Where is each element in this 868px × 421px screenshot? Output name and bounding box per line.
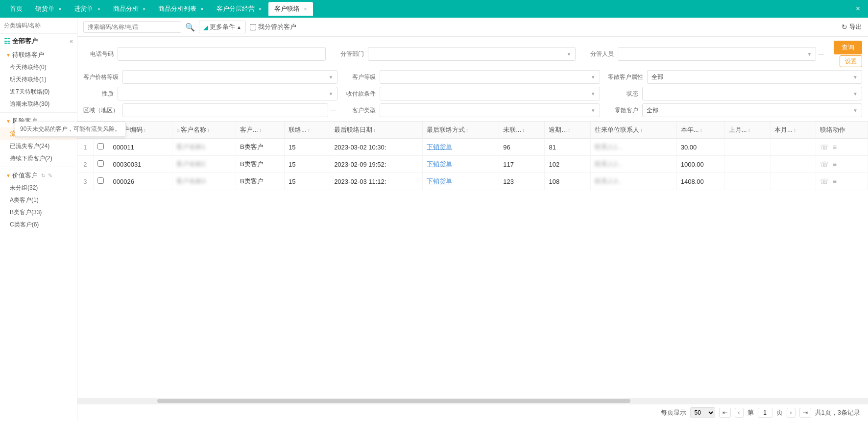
horizontal-scrollbar[interactable] bbox=[77, 398, 868, 404]
more-action-icon[interactable]: ≡ bbox=[833, 160, 837, 168]
sidebar-search-input[interactable] bbox=[4, 22, 77, 29]
row-last-method[interactable]: 下销货单 bbox=[422, 156, 499, 173]
row-checkbox[interactable] bbox=[97, 160, 104, 167]
edit-icon[interactable]: ✎ bbox=[48, 173, 52, 179]
sidebar-item-class-c[interactable]: C类客户(6) bbox=[0, 219, 77, 231]
close-tab-icon[interactable]: × bbox=[304, 6, 307, 12]
sidebar-item-today[interactable]: 今天待联络(0) bbox=[0, 61, 77, 74]
refresh-icon[interactable]: ↻ bbox=[41, 173, 46, 179]
row-num: 1 bbox=[77, 139, 93, 156]
sidebar-group-pending[interactable]: ▼ 待联络客户 bbox=[0, 49, 77, 61]
next-page-button[interactable]: › bbox=[787, 408, 796, 418]
sort-icon[interactable]: ↕ bbox=[466, 127, 468, 133]
cust-type-select[interactable]: ▼ bbox=[380, 103, 600, 117]
row-last-method[interactable]: 下销货单 bbox=[422, 139, 499, 156]
nav-home[interactable]: 首页 bbox=[4, 4, 28, 13]
prev-page-button[interactable]: ‹ bbox=[735, 408, 744, 418]
sort-icon[interactable]: ↕ bbox=[207, 127, 210, 133]
my-customers-checkbox[interactable] bbox=[250, 24, 256, 30]
contact-icon[interactable]: ☏ bbox=[820, 177, 829, 185]
last-page-button[interactable]: ⇥ bbox=[799, 408, 811, 418]
close-tab-icon[interactable]: × bbox=[143, 6, 145, 12]
close-all-button[interactable]: × bbox=[852, 4, 864, 13]
sort-icon[interactable]: ↕ bbox=[259, 127, 262, 133]
close-tab-icon[interactable]: × bbox=[259, 6, 262, 12]
sort-icon[interactable]: ↕ bbox=[308, 127, 310, 133]
ellipsis-icon[interactable]: ··· bbox=[816, 50, 826, 58]
nav-tab-4[interactable]: 客户分层经营× bbox=[211, 2, 267, 16]
more-conditions-button[interactable]: ◢ 更多条件 ▲ bbox=[199, 21, 246, 33]
nav-tab-0[interactable]: 销货单× bbox=[29, 2, 67, 16]
row-this-year: 1408.00 bbox=[676, 173, 724, 190]
sidebar-item-ungroup[interactable]: 未分组(32) bbox=[0, 182, 77, 194]
sidebar-item-overdue[interactable]: 逾期未联络(30) bbox=[0, 98, 77, 110]
casual-attr-select[interactable]: 全部 ▼ bbox=[647, 70, 862, 84]
sidebar-item-class-b[interactable]: B类客户(33) bbox=[0, 206, 77, 219]
search-input[interactable] bbox=[83, 21, 181, 33]
advanced-filter-panel: 电话号码 分管部门 ▼ 分管人员 ▼ ··· bbox=[77, 37, 868, 122]
sidebar-group-value[interactable]: ▼ 价值客户 ↻ ✎ bbox=[0, 169, 77, 182]
price-level-select[interactable]: ▼ bbox=[122, 70, 338, 84]
row-checkbox[interactable] bbox=[97, 177, 104, 184]
row-checkbox-cell[interactable] bbox=[93, 173, 109, 190]
sort-icon[interactable]: ↕ bbox=[568, 127, 570, 133]
ellipsis-icon[interactable]: ··· bbox=[328, 106, 338, 114]
row-checkbox-cell[interactable] bbox=[93, 139, 109, 156]
dept-select[interactable]: ▼ bbox=[368, 47, 576, 61]
cust-type-label: 客户类型 bbox=[345, 106, 380, 115]
nav-tab-2[interactable]: 商品分析× bbox=[107, 2, 151, 16]
row-checkbox-cell[interactable] bbox=[93, 156, 109, 173]
sort-icon[interactable]: ↕ bbox=[373, 127, 376, 133]
per-page-select[interactable]: 50 100 200 bbox=[690, 407, 715, 418]
payment-select[interactable]: ▼ bbox=[380, 87, 600, 100]
row-last-method[interactable]: 下销货单 bbox=[422, 173, 499, 190]
row-checkbox[interactable] bbox=[97, 143, 104, 149]
close-tab-icon[interactable]: × bbox=[58, 6, 61, 12]
sidebar-item-declining[interactable]: 持续下滑客户(2) bbox=[0, 152, 77, 165]
sort-icon[interactable]: ↕ bbox=[640, 127, 643, 133]
close-tab-icon[interactable]: × bbox=[97, 6, 100, 12]
my-customers-checkbox-label[interactable]: 我分管的客户 bbox=[250, 23, 296, 31]
export-button[interactable]: ↻ 导出 bbox=[842, 23, 862, 31]
sidebar-item-class-a[interactable]: A类客户(1) bbox=[0, 194, 77, 206]
sort-icon[interactable]: ↕ bbox=[522, 127, 525, 133]
cust-level-select[interactable]: ▼ bbox=[380, 70, 600, 84]
query-button[interactable]: 查询 bbox=[834, 41, 862, 54]
first-page-button[interactable]: ⇤ bbox=[719, 408, 731, 418]
nav-tab-5[interactable]: 客户联络× bbox=[268, 2, 313, 16]
casual-cust-select[interactable]: 全部 ▼ bbox=[642, 103, 862, 117]
row-contact-person: 联系人2... bbox=[590, 156, 676, 173]
region-select[interactable] bbox=[122, 103, 328, 117]
scrollbar-thumb[interactable] bbox=[157, 399, 630, 403]
page-num-input[interactable] bbox=[758, 408, 772, 418]
sidebar-collapse-btn[interactable]: « bbox=[70, 38, 73, 45]
sort-icon[interactable]: ↕ bbox=[144, 127, 146, 133]
sort-icon[interactable]: ↕ bbox=[700, 127, 702, 133]
row-action[interactable]: ☏ ≡ bbox=[816, 173, 868, 190]
nav-tab-1[interactable]: 进货单× bbox=[68, 2, 106, 16]
sidebar-item-lost[interactable]: 已流失客户(24) bbox=[0, 140, 77, 152]
phone-input[interactable] bbox=[118, 47, 326, 61]
row-action[interactable]: ☏ ≡ bbox=[816, 139, 868, 156]
contact-icon[interactable]: ☏ bbox=[820, 143, 829, 151]
nav-tab-3[interactable]: 商品分析列表× bbox=[152, 2, 209, 16]
sidebar-item-week[interactable]: 近7天待联络(0) bbox=[0, 86, 77, 98]
close-tab-icon[interactable]: × bbox=[200, 6, 203, 12]
th-cust-type: 客户...↕ bbox=[236, 122, 284, 139]
sort-icon[interactable]: ↕ bbox=[748, 127, 750, 133]
search-button[interactable]: 🔍 bbox=[185, 23, 195, 32]
filter-row-2: 客户价格等级 ▼ 客户等级 ▼ 零散客户属性 全部 bbox=[83, 70, 862, 84]
settings-button[interactable]: 设置 bbox=[840, 55, 862, 67]
person-select[interactable]: ▼ bbox=[618, 47, 816, 61]
more-action-icon[interactable]: ≡ bbox=[833, 143, 837, 151]
sidebar-item-tomorrow[interactable]: 明天待联络(1) bbox=[0, 74, 77, 86]
row-contact-num: 15 bbox=[284, 156, 330, 173]
status-select[interactable]: ▼ bbox=[642, 87, 862, 100]
sort-icon[interactable]: ↕ bbox=[794, 127, 796, 133]
sidebar-root[interactable]: ☷ 全部客户 « bbox=[0, 34, 77, 49]
row-action[interactable]: ☏ ≡ bbox=[816, 156, 868, 173]
more-action-icon[interactable]: ≡ bbox=[833, 177, 837, 185]
contact-icon[interactable]: ☏ bbox=[820, 160, 829, 168]
nature-select[interactable]: ▼ bbox=[118, 87, 338, 100]
row-unlinkd: 117 bbox=[499, 156, 545, 173]
